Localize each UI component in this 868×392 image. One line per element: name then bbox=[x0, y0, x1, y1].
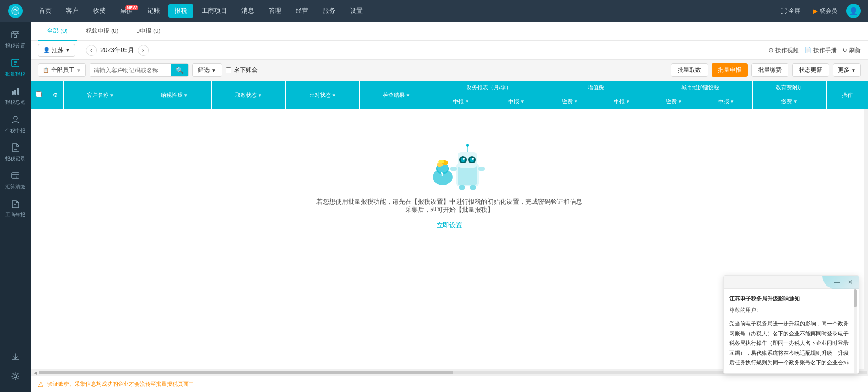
notif-subtitle: 尊敬的用户: bbox=[729, 306, 853, 316]
nav-tax[interactable]: 报税 bbox=[168, 4, 193, 18]
nav-business[interactable]: 工商项目 bbox=[195, 4, 233, 18]
annual-report-icon bbox=[10, 199, 20, 210]
more-chevron: ▼ bbox=[851, 68, 856, 73]
th-city-pay: 缴费▼ bbox=[648, 94, 700, 109]
region-selector[interactable]: 👤 江苏 ▼ bbox=[38, 44, 75, 57]
svg-point-40 bbox=[463, 158, 465, 160]
th-city-maintenance: 城市维护建设税 bbox=[648, 81, 753, 94]
sidebar-bottom bbox=[0, 348, 31, 392]
search-input[interactable] bbox=[90, 64, 171, 76]
checkbox-label[interactable]: 名下账套 bbox=[226, 66, 258, 74]
sidebar: 报税设置 批量报税 报税总览 bbox=[0, 22, 31, 392]
svg-rect-19 bbox=[12, 173, 19, 178]
fetch-status-filter[interactable]: ▼ bbox=[258, 93, 262, 98]
compare-status-filter[interactable]: ▼ bbox=[332, 93, 336, 98]
vip-btn[interactable]: ▶ 畅会员 bbox=[809, 5, 841, 17]
operation-manual-link[interactable]: 📄 操作手册 bbox=[804, 46, 837, 54]
check-result-filter[interactable]: ▼ bbox=[406, 93, 410, 98]
nav-customer[interactable]: 客户 bbox=[60, 4, 85, 18]
batch-fetch-btn[interactable]: 批量取数 bbox=[671, 63, 708, 77]
bottom-bar: ⚠ 验证账密、采集信息均成功的企业才会流转至批量报税页面中 bbox=[31, 376, 868, 392]
nav-invoice[interactable]: 票据 NEW bbox=[114, 4, 139, 18]
sidebar-item-batch-tax[interactable]: 批量报税 bbox=[0, 53, 31, 81]
th-tax-type: 纳税性质▼ bbox=[137, 81, 212, 109]
date-next-btn[interactable]: › bbox=[138, 45, 149, 56]
svg-rect-45 bbox=[478, 167, 485, 171]
fullscreen-btn[interactable]: ⛶ 全屏 bbox=[777, 5, 804, 17]
vat-declare-filter[interactable]: ▼ bbox=[520, 99, 524, 104]
setup-link[interactable]: 立即设置 bbox=[437, 221, 462, 229]
status-update-btn[interactable]: 状态更新 bbox=[792, 63, 829, 77]
th-vat-pay: 缴费▼ bbox=[544, 94, 596, 109]
select-all-checkbox[interactable] bbox=[36, 91, 42, 97]
employee-selector[interactable]: 📋 全部员工 ▼ bbox=[38, 63, 86, 77]
svg-rect-44 bbox=[450, 167, 457, 171]
nav-management[interactable]: 管理 bbox=[262, 4, 288, 18]
filter-button[interactable]: 筛选 ▼ bbox=[192, 63, 222, 77]
nav-message[interactable]: 消息 bbox=[235, 4, 260, 18]
personal-tax-icon bbox=[10, 115, 20, 126]
nav-service[interactable]: 服务 bbox=[316, 4, 342, 18]
tax-type-filter[interactable]: ▼ bbox=[184, 93, 188, 98]
user-avatar[interactable]: 👤 bbox=[846, 4, 861, 18]
customer-name-filter[interactable]: ▼ bbox=[109, 93, 114, 98]
region-value: 江苏 bbox=[52, 46, 64, 54]
notif-scroll-thumb[interactable] bbox=[854, 289, 857, 307]
new-badge: NEW bbox=[125, 5, 138, 10]
account-checkbox[interactable] bbox=[226, 67, 231, 73]
vertical-scrollbar[interactable] bbox=[864, 81, 868, 369]
svg-rect-13 bbox=[12, 91, 14, 95]
sidebar-label-personal-tax: 个税申报 bbox=[5, 128, 25, 134]
th-financial-declare: 申报▼ bbox=[434, 94, 489, 109]
toolbar-right: 批量取数 批量申报 批量缴费 状态更新 更多 ▼ bbox=[671, 63, 861, 77]
th-education-surcharge: 教育费附加 bbox=[752, 81, 826, 94]
refresh-btn[interactable]: ↻ 刷新 bbox=[842, 46, 861, 54]
sidebar-label-tax-settings: 报税设置 bbox=[5, 43, 25, 49]
tab-all[interactable]: 全部(0) bbox=[38, 22, 77, 41]
nav-home[interactable]: 首页 bbox=[33, 4, 58, 18]
nav-settings[interactable]: 设置 bbox=[344, 4, 369, 18]
svg-rect-14 bbox=[14, 90, 16, 95]
financial-declare-filter[interactable]: ▼ bbox=[465, 99, 469, 104]
batch-tax-icon bbox=[10, 58, 20, 69]
date-prev-btn[interactable]: ‹ bbox=[86, 45, 97, 56]
h-scrollbar-thumb[interactable] bbox=[39, 371, 453, 374]
warn-icon: ⚠ bbox=[38, 381, 44, 388]
edu-pay-filter[interactable]: ▼ bbox=[793, 99, 797, 104]
sidebar-item-annual-report[interactable]: 工商年报 bbox=[0, 194, 31, 222]
nav-bookkeeping[interactable]: 记账 bbox=[141, 4, 166, 18]
vat-pay-filter[interactable]: ▼ bbox=[574, 99, 578, 104]
sidebar-item-settlement[interactable]: 汇算清缴 bbox=[0, 166, 31, 194]
sidebar-item-tax-settings[interactable]: 报税设置 bbox=[0, 25, 31, 53]
sidebar-download[interactable] bbox=[0, 348, 31, 367]
nav-operations[interactable]: 经营 bbox=[289, 4, 315, 18]
employee-select-display[interactable]: 📋 全部员工 ▼ bbox=[38, 64, 85, 76]
more-btn[interactable]: 更多 ▼ bbox=[833, 63, 861, 77]
sidebar-config[interactable] bbox=[0, 367, 31, 387]
empty-message: 若您想使用批量报税功能，请先在【报税设置】中进行报税的初始化设置，完成密码验证和… bbox=[314, 198, 585, 214]
th-compare-status: 比对状态▼ bbox=[286, 81, 360, 109]
sidebar-item-personal-tax[interactable]: 个税申报 bbox=[0, 110, 31, 138]
tab-tax-declare[interactable]: 税款申报(0) bbox=[77, 22, 127, 41]
tab-zero-declare[interactable]: 0申报(0) bbox=[127, 22, 170, 41]
city-pay-filter[interactable]: ▼ bbox=[678, 99, 682, 104]
batch-pay-btn[interactable]: 批量缴费 bbox=[751, 63, 788, 77]
edu-declare-filter[interactable]: ▼ bbox=[730, 99, 735, 104]
svg-point-8 bbox=[14, 35, 17, 38]
operation-video-link[interactable]: ⊙ 操作视频 bbox=[769, 46, 799, 54]
nav-fee[interactable]: 收费 bbox=[87, 4, 112, 18]
th-customer-name: 客户名称▼ bbox=[63, 81, 137, 109]
svg-point-16 bbox=[14, 116, 17, 120]
settlement-icon bbox=[10, 171, 20, 182]
th-edu-pay: 缴费▼ bbox=[752, 94, 826, 109]
notif-scrollbar[interactable] bbox=[854, 289, 857, 373]
date-display: 2023年05月 bbox=[100, 46, 134, 54]
notif-content: 受当前电子税务局进一步升级的影响，同一个政务网账号（办税人）名下的企业不能再同时… bbox=[729, 319, 853, 368]
sidebar-label-tax-overview: 报税总览 bbox=[5, 99, 25, 105]
sidebar-item-tax-overview[interactable]: 报税总览 bbox=[0, 81, 31, 110]
sidebar-item-tax-records[interactable]: 报税记录 bbox=[0, 138, 31, 166]
right-actions: ⊙ 操作视频 📄 操作手册 ↻ 刷新 bbox=[769, 46, 861, 54]
search-button[interactable]: 🔍 bbox=[171, 64, 188, 76]
batch-declare-btn[interactable]: 批量申报 bbox=[712, 63, 748, 77]
city-declare-filter[interactable]: ▼ bbox=[626, 99, 630, 104]
